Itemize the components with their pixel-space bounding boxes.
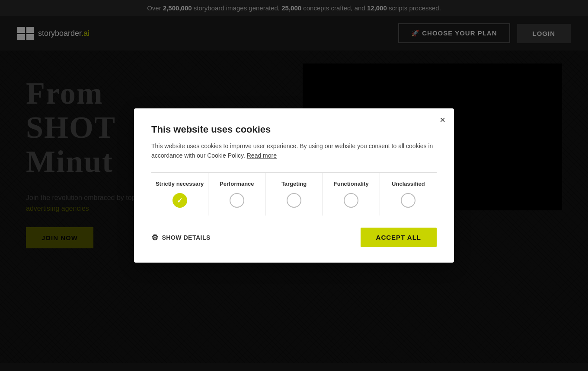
accept-all-button[interactable]: ACCEPT ALL — [361, 228, 437, 247]
category-checkbox-functionality[interactable] — [344, 193, 358, 208]
cookie-category-unclassified: Unclassified — [380, 173, 437, 216]
cookie-category-strictly-necessary: Strictly necessary — [151, 173, 208, 216]
category-checkbox-performance[interactable] — [230, 193, 244, 208]
category-label-performance: Performance — [220, 181, 254, 188]
category-checkbox-strictly-necessary[interactable] — [173, 193, 187, 208]
gear-icon: ⚙ — [151, 233, 159, 242]
modal-description: This website uses cookies to improve use… — [151, 141, 437, 161]
cookie-category-performance: Performance — [208, 173, 265, 216]
category-checkbox-unclassified[interactable] — [401, 193, 415, 208]
modal-title: This website uses cookies — [151, 124, 437, 135]
cookie-category-functionality: Functionality — [323, 173, 380, 216]
category-label-unclassified: Unclassified — [392, 181, 425, 188]
show-details-label: SHOW DETAILS — [162, 234, 211, 241]
read-more-link[interactable]: Read more — [247, 152, 277, 159]
category-checkbox-targeting[interactable] — [287, 193, 301, 208]
modal-footer: ⚙ SHOW DETAILS ACCEPT ALL — [151, 228, 437, 247]
category-label-functionality: Functionality — [334, 181, 369, 188]
modal-close-button[interactable]: × — [440, 115, 445, 125]
modal-backdrop: × This website uses cookies This website… — [0, 0, 588, 371]
cookie-category-targeting: Targeting — [265, 173, 323, 216]
show-details-button[interactable]: ⚙ SHOW DETAILS — [151, 233, 211, 242]
cookie-modal: × This website uses cookies This website… — [134, 108, 454, 263]
cookie-categories: Strictly necessaryPerformanceTargetingFu… — [151, 172, 437, 216]
category-label-targeting: Targeting — [281, 181, 307, 188]
category-label-strictly-necessary: Strictly necessary — [156, 181, 204, 188]
